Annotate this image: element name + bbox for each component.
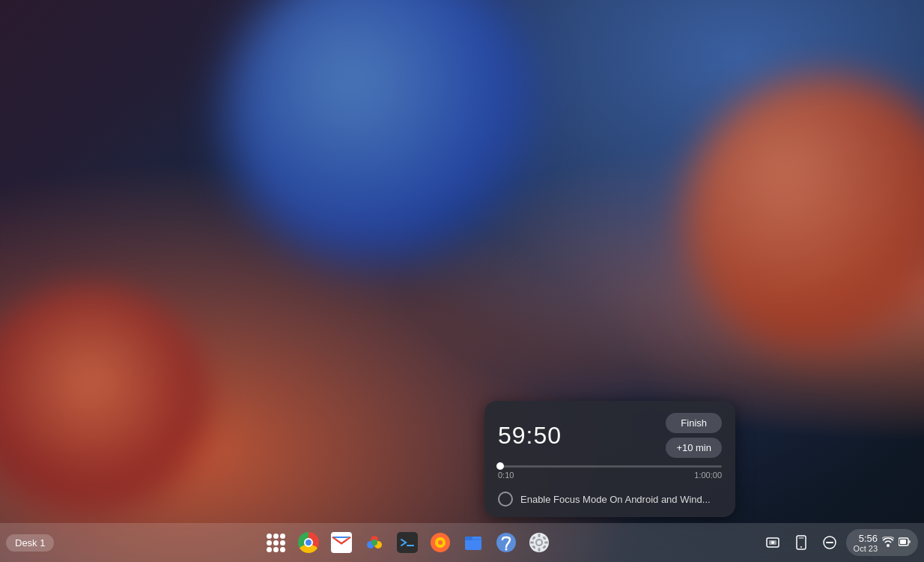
app-icon-files[interactable] <box>458 528 488 558</box>
taskbar-left: Desk 1 <box>6 534 54 552</box>
svg-rect-18 <box>465 537 472 540</box>
svg-rect-25 <box>538 548 541 552</box>
svg-point-12 <box>438 540 443 545</box>
app-icon-chrome[interactable] <box>294 528 323 558</box>
desk-label[interactable]: Desk 1 <box>6 534 54 552</box>
system-tray-area[interactable]: 5:56 Oct 23 <box>846 529 918 556</box>
app-icon-launcher[interactable] <box>261 528 291 558</box>
app-icon-photos[interactable] <box>359 528 389 558</box>
time-date-display: 5:56 Oct 23 <box>854 533 878 553</box>
svg-rect-8 <box>397 532 418 553</box>
timer-progress-fill <box>498 465 501 468</box>
finish-button[interactable]: Finish <box>666 413 722 433</box>
svg-rect-26 <box>530 542 534 544</box>
svg-rect-42 <box>908 540 911 543</box>
app-icon-terminal[interactable] <box>392 528 422 558</box>
svg-rect-41 <box>900 540 906 544</box>
timer-start-label: 0:10 <box>498 471 514 480</box>
taskbar-center <box>54 528 760 558</box>
wallpaper <box>0 0 924 562</box>
app-icon-gmail[interactable] <box>326 528 356 558</box>
svg-point-23 <box>537 540 541 545</box>
timer-progress-thumb <box>496 462 504 470</box>
screen-capture-icon[interactable] <box>761 531 785 555</box>
focus-mode-row[interactable]: Enable Focus Mode On Android and Wind... <box>498 487 722 508</box>
svg-point-36 <box>800 546 802 548</box>
timer-display: 59:50 <box>498 422 562 450</box>
timer-widget: 59:50 Finish +10 min 0:10 1:00:00 Enable… <box>484 401 735 517</box>
app-icon-custom2[interactable] <box>491 528 521 558</box>
focus-mode-label: Enable Focus Mode On Android and Wind... <box>520 494 711 505</box>
taskbar-right: 5:56 Oct 23 <box>761 529 918 556</box>
svg-rect-24 <box>538 534 541 537</box>
time-display: 5:56 <box>854 533 878 544</box>
app-icon-custom1[interactable] <box>425 528 455 558</box>
do-not-disturb-icon[interactable] <box>818 531 842 555</box>
wifi-icon <box>882 537 894 549</box>
svg-point-20 <box>505 549 508 551</box>
timer-end-label: 1:00:00 <box>694 471 722 480</box>
timer-progress-area[interactable]: 0:10 1:00:00 <box>498 465 722 480</box>
date-display: Oct 23 <box>854 544 878 553</box>
app-icon-settings[interactable] <box>524 528 554 558</box>
focus-mode-radio[interactable] <box>498 492 513 507</box>
timer-progress-bar[interactable] <box>498 465 722 468</box>
battery-icon <box>899 537 911 549</box>
phone-hub-icon[interactable] <box>789 531 813 555</box>
svg-point-34 <box>771 541 774 544</box>
svg-point-7 <box>371 540 377 546</box>
svg-rect-27 <box>544 542 548 544</box>
add-minutes-button[interactable]: +10 min <box>666 438 722 458</box>
taskbar: Desk 1 <box>0 523 924 562</box>
